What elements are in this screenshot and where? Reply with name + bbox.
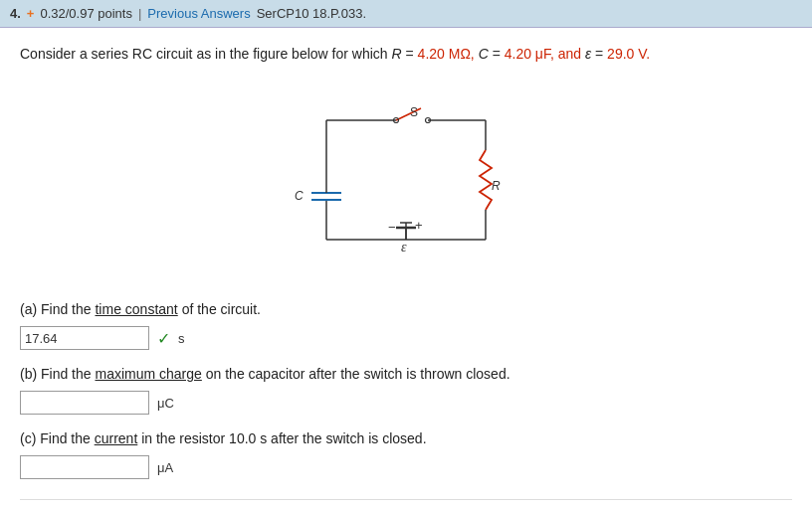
problem-statement: Consider a series RC circuit as in the f… <box>20 44 792 65</box>
svg-text:S: S <box>410 105 418 119</box>
C-label: C <box>475 46 489 62</box>
part-a-section: (a) Find the time constant of the circui… <box>20 299 792 350</box>
part-b-unit: μC <box>157 396 174 411</box>
part-b-section: (b) Find the maximum charge on the capac… <box>20 364 792 415</box>
part-c-unit: μA <box>157 460 173 475</box>
C-unit: μF, and <box>531 46 581 62</box>
problem-intro: Consider a series RC circuit as in the f… <box>20 46 392 62</box>
circuit-svg: S R C <box>267 81 545 279</box>
part-c-input[interactable] <box>20 455 149 479</box>
R-unit: MΩ, <box>445 46 475 62</box>
part-a-answer-row: 17.64 ✓ s <box>20 326 792 350</box>
R-eq: = <box>402 46 418 62</box>
svg-text:ε: ε <box>401 240 407 254</box>
part-c-section: (c) Find the current in the resistor 10.… <box>20 428 792 479</box>
R-label: R <box>392 46 402 62</box>
part-b-input[interactable] <box>20 391 149 415</box>
content-area: Consider a series RC circuit as in the f… <box>0 28 812 509</box>
points-plus-icon: + <box>27 6 35 21</box>
prev-answers-link[interactable]: Previous Answers <box>147 6 250 21</box>
part-b-label: (b) Find the maximum charge on the capac… <box>20 364 792 385</box>
E-value: 29.0 <box>607 46 634 62</box>
header-bar: 4. + 0.32/0.97 points | Previous Answers… <box>0 0 812 28</box>
part-a-input[interactable]: 17.64 <box>20 326 149 350</box>
part-c-answer-row: μA <box>20 455 792 479</box>
circuit-diagram: S R C <box>20 81 792 279</box>
part-a-check-icon: ✓ <box>157 329 170 348</box>
R-value: 4.20 <box>418 46 445 62</box>
part-c-label: (c) Find the current in the resistor 10.… <box>20 428 792 449</box>
E-unit: V. <box>634 46 650 62</box>
problem-ref: SerCP10 18.P.033. <box>257 6 366 21</box>
part-a-label: (a) Find the time constant of the circui… <box>20 299 792 320</box>
svg-text:−: − <box>388 220 396 235</box>
svg-text:R: R <box>492 179 501 193</box>
part-a-unit: s <box>178 331 185 346</box>
E-label: ε <box>581 46 591 62</box>
C-value: 4.20 <box>505 46 531 62</box>
buttons-row: Submit Answer Save Progress Practice Ano… <box>20 499 792 509</box>
part-b-answer-row: μC <box>20 391 792 415</box>
C-eq: = <box>489 46 505 62</box>
divider: | <box>138 6 141 21</box>
svg-text:+: + <box>415 218 423 233</box>
E-eq: = <box>591 46 607 62</box>
svg-text:C: C <box>295 189 304 203</box>
points-info: 0.32/0.97 points <box>40 6 132 21</box>
question-number: 4. <box>10 6 21 21</box>
